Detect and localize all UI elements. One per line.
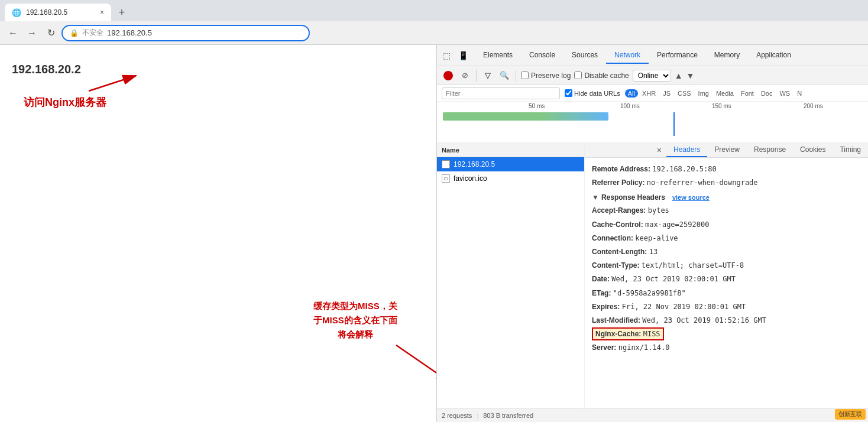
preserve-log-input[interactable] xyxy=(521,72,529,79)
referrer-policy-val: no-referrer-when-downgrade xyxy=(647,178,758,187)
throttle-arrow-icon[interactable]: ▲ xyxy=(675,71,683,80)
annotation-nginx: 访问Nginx服务器 xyxy=(24,95,106,109)
header-val: Wed, 23 Oct 2019 02:00:01 GMT xyxy=(611,275,736,283)
page-ip-display: 192.168.20.2 xyxy=(12,63,81,76)
tab-application[interactable]: Application xyxy=(748,47,799,64)
detail-panel: × Headers Preview Response Cookies Timin… xyxy=(585,143,868,408)
toolbar-separator-2 xyxy=(516,70,516,82)
throttle-select[interactable]: Online xyxy=(633,70,671,82)
svg-line-2 xyxy=(89,76,136,91)
hide-data-urls-label: Hide data URLs xyxy=(574,90,620,97)
header-key: Expires: xyxy=(592,303,620,311)
disable-cache-input[interactable] xyxy=(574,72,582,79)
disable-cache-checkbox[interactable]: Disable cache xyxy=(574,72,629,80)
filter-img-button[interactable]: Img xyxy=(695,89,712,98)
response-headers-section: ▼ Response Headers view source xyxy=(592,190,861,204)
header-field-row: Accept-Ranges: bytes xyxy=(592,204,861,218)
response-section-label: Response Headers xyxy=(601,193,665,202)
detail-tab-timing[interactable]: Timing xyxy=(833,143,868,157)
header-field-row: Date: Wed, 23 Oct 2019 02:00:01 GMT xyxy=(592,272,861,286)
header-val: bytes xyxy=(648,206,669,215)
header-val: "d-5958a2a9981f8" xyxy=(613,289,686,297)
disable-cache-label: Disable cache xyxy=(584,72,629,80)
tab-console[interactable]: Console xyxy=(521,47,563,64)
request-item-favicon[interactable]: □ favicon.ico xyxy=(437,171,584,186)
nginx-cache-row: Nginx-Cache: MISS xyxy=(592,327,664,340)
request-item-icon-2: □ xyxy=(442,174,450,183)
filter-xhr-button[interactable]: XHR xyxy=(639,89,659,98)
header-key: Server: xyxy=(592,343,616,352)
export-icon[interactable]: ▼ xyxy=(686,71,695,80)
back-button[interactable]: ← xyxy=(5,25,21,41)
close-detail-button[interactable]: × xyxy=(652,143,666,157)
header-val: nginx/1.14.0 xyxy=(618,343,670,352)
record-button[interactable] xyxy=(442,69,455,82)
tab-memory[interactable]: Memory xyxy=(706,47,748,64)
detail-tab-response[interactable]: Response xyxy=(747,143,793,157)
tab-bar: 🌐 192.168.20.5 × + xyxy=(0,0,868,21)
header-val: text/html; charset=UTF-8 xyxy=(642,261,744,270)
filter-doc-button[interactable]: Doc xyxy=(758,89,776,98)
filter-all-button[interactable]: All xyxy=(625,89,638,98)
filter-more-button[interactable]: N xyxy=(794,89,805,98)
address-bar[interactable]: 🔒 不安全 192.168.20.5 xyxy=(61,25,310,41)
filter-js-button[interactable]: JS xyxy=(660,89,673,98)
preserve-log-label: Preserve log xyxy=(531,72,571,80)
active-tab[interactable]: 🌐 192.168.20.5 × xyxy=(5,4,111,21)
header-field-row: Expires: Fri, 22 Nov 2019 02:00:01 GMT xyxy=(592,300,861,314)
detail-tab-headers[interactable]: Headers xyxy=(666,143,707,157)
forward-button[interactable]: → xyxy=(24,25,40,41)
timeline-50ms: 50 ms xyxy=(529,103,545,109)
view-source-link[interactable]: view source xyxy=(672,194,710,201)
stop-recording-button[interactable]: ⊘ xyxy=(458,69,471,82)
filter-icon-button[interactable]: ▽ xyxy=(481,69,494,82)
browser-chrome: 🌐 192.168.20.5 × + ← → ↻ 🔒 不安全 192.168.2… xyxy=(0,0,868,45)
request-item-main[interactable]: □ 192.168.20.5 xyxy=(437,157,584,171)
detail-content: Remote Address: 192.168.20.5:80 Referrer… xyxy=(585,158,868,359)
devtools-panel: ⬚ 📱 Elements Console Sources Network Per… xyxy=(436,45,868,422)
header-key: Connection: xyxy=(592,234,633,242)
status-bar: 2 requests | 803 B transferred xyxy=(437,408,868,422)
inspect-element-icon[interactable]: ⬚ xyxy=(439,48,454,63)
filter-font-button[interactable]: Font xyxy=(738,89,757,98)
annotation-miss: 缓存类型为MISS，关 于MISS的含义在下面 将会解释 xyxy=(313,299,397,342)
remote-address-row: Remote Address: 192.168.20.5:80 xyxy=(592,163,861,176)
referrer-policy-row: Referrer Policy: no-referrer-when-downgr… xyxy=(592,176,861,190)
header-val: max-age=2592000 xyxy=(645,220,709,229)
new-tab-button[interactable]: + xyxy=(114,4,130,21)
header-val: keep-alive xyxy=(635,234,678,242)
header-val: Fri, 22 Nov 2019 02:00:01 GMT xyxy=(622,303,746,311)
devtools-icon-group: ⬚ 📱 xyxy=(439,48,470,63)
preserve-log-checkbox[interactable]: Preserve log xyxy=(521,72,571,80)
tab-close-button[interactable]: × xyxy=(100,8,104,17)
svg-line-3 xyxy=(396,345,436,382)
timeline-200ms: 200 ms xyxy=(804,103,823,109)
watermark: 创新互联 xyxy=(835,409,866,420)
tab-performance[interactable]: Performance xyxy=(649,47,706,64)
tab-sources[interactable]: Sources xyxy=(563,47,606,64)
tab-title: 192.168.20.5 xyxy=(26,8,95,17)
header-field-row: Nginx-Cache: MISS xyxy=(592,327,861,341)
header-field-row: Connection: keep-alive xyxy=(592,232,861,245)
filter-type-buttons: All XHR JS CSS Img Media Font Doc WS N xyxy=(625,89,805,98)
hide-data-urls-input[interactable] xyxy=(565,89,572,97)
filter-ws-button[interactable]: WS xyxy=(776,89,793,98)
request-item-icon-1: □ xyxy=(442,160,450,168)
remote-address-value: 192.168.20.5:80 xyxy=(652,165,716,173)
tab-elements[interactable]: Elements xyxy=(475,47,521,64)
filter-input[interactable] xyxy=(442,87,560,99)
devtools-tab-bar: ⬚ 📱 Elements Console Sources Network Per… xyxy=(437,45,868,66)
detail-tab-preview[interactable]: Preview xyxy=(707,143,747,157)
filter-media-button[interactable]: Media xyxy=(713,89,737,98)
timeline-bar-1 xyxy=(443,112,608,121)
tab-network[interactable]: Network xyxy=(606,47,649,64)
search-button[interactable]: 🔍 xyxy=(498,69,511,82)
filter-css-button[interactable]: CSS xyxy=(675,89,694,98)
refresh-button[interactable]: ↻ xyxy=(43,25,59,41)
timeline-area: 50 ms 100 ms 150 ms 200 ms xyxy=(437,102,868,143)
hide-data-urls-checkbox[interactable]: Hide data URLs xyxy=(565,89,620,97)
detail-tab-cookies[interactable]: Cookies xyxy=(793,143,833,157)
header-key: Accept-Ranges: xyxy=(592,206,646,215)
device-toolbar-icon[interactable]: 📱 xyxy=(456,48,470,63)
transferred-size: 803 B transferred xyxy=(483,412,533,419)
